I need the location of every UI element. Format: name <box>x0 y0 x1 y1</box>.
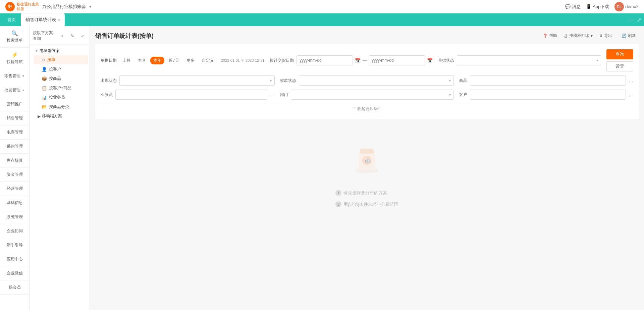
payment-select[interactable]: ▾ <box>299 75 454 86</box>
refresh-btn[interactable]: 🔄 刷新 <box>619 32 639 40</box>
sidebar-item-inventory[interactable]: 库存核算 <box>0 154 29 168</box>
department-field: 部门 ▾ <box>280 90 454 100</box>
page-title: 销售订单统计表(按单) <box>95 32 154 40</box>
sidebar-item-marketing[interactable]: 营销推广 <box>0 97 29 111</box>
window-minimize-btn[interactable]: — <box>628 17 634 23</box>
panel-title: 按以下方案查询 <box>33 30 56 42</box>
query-btn[interactable]: 查询 <box>606 49 633 59</box>
tree-item-by-goods[interactable]: 📦 按商品 <box>34 74 88 83</box>
settings-btn[interactable]: 设置 <box>606 61 633 71</box>
sidebar-item-finance[interactable]: 资金管理 <box>0 168 29 182</box>
message-btn[interactable]: 💬 消息 <box>565 4 581 10</box>
department-dropdown-icon: ▾ <box>449 93 451 97</box>
edit-scheme-btn[interactable]: ✎ <box>69 32 76 40</box>
collapse-panel-btn[interactable]: « <box>79 32 86 40</box>
expected-date-from-input[interactable] <box>297 55 353 65</box>
tree-item-by-category[interactable]: 📂 按商品分类 <box>34 102 88 111</box>
by-salesperson-icon: 📊 <box>42 95 47 100</box>
content-area: 销售订单统计表(按单) ❓ 帮助 🖨 按模板打印 ▾ ⬇ 导出 🔄 刷新 <box>90 26 644 310</box>
delivery-select[interactable]: ▾ <box>119 75 275 86</box>
sidebar-item-purchase[interactable]: 采购管理 <box>0 140 29 154</box>
date-btn-custom[interactable]: 自定义 <box>199 57 217 64</box>
topbar-right: 💬 消息 📱 App下载 Ea demo2 <box>565 2 639 11</box>
salesperson-field: 业务员 … <box>101 90 275 100</box>
page-actions: ❓ 帮助 🖨 按模板打印 ▾ ⬇ 导出 🔄 刷新 <box>540 32 639 40</box>
by-category-icon: 📂 <box>42 104 47 109</box>
search-icon: 🔍 <box>11 30 18 37</box>
sidebar-item-collab[interactable]: 企业协同 <box>0 224 29 238</box>
date-quick-btns: 上月 本月 本年 近7天 更多 自定义 <box>119 57 217 64</box>
expected-date-label: 预计交货日期 <box>270 58 294 63</box>
by-customer-icon: 👤 <box>42 67 47 72</box>
tree-item-by-customer-goods[interactable]: 📋 按客户+商品 <box>34 84 88 93</box>
sidebar-item-member[interactable]: 畅会员 <box>0 280 29 295</box>
print-btn[interactable]: 🖨 按模板打印 ▾ <box>564 33 593 39</box>
main-layout: 🔍 搜索菜单 ⚡ 快捷导航 零售管理 ▼ 批发管理 ▲ 营销推广 销售管理 电商… <box>0 26 644 310</box>
expected-date-to-input[interactable] <box>369 55 425 65</box>
calendar-from-icon[interactable]: 📅 <box>355 58 361 63</box>
date-btn-more[interactable]: 更多 <box>183 57 198 64</box>
delivery-label: 出库状态 <box>101 78 117 84</box>
sidebar-item-sales[interactable]: 销售管理 <box>0 111 29 125</box>
payment-field: 收款状态 ▾ <box>280 75 454 86</box>
refresh-icon: 🔄 <box>622 34 627 38</box>
tab-home[interactable]: 首页 <box>3 13 21 26</box>
goods-more-icon[interactable]: … <box>629 78 633 83</box>
sidebar-item-appcenter[interactable]: 应用中心 <box>0 252 29 266</box>
sidebar-item-system[interactable]: 系统管理 <box>0 210 29 224</box>
customer-field: 客户 … <box>459 90 633 100</box>
date-btn-this-year[interactable]: 本年 <box>150 57 164 64</box>
by-customer-goods-icon: 📋 <box>42 86 47 91</box>
filter-area: 单据日期 上月 本月 本年 近7天 更多 自定义 2023-01-01 至 20… <box>95 44 639 119</box>
tree-item-by-salesperson[interactable]: 📊 按业务员 <box>34 93 88 102</box>
logo-text: 畅捷通好生意 标版 <box>17 2 39 11</box>
collapse-filter-btn[interactable]: ⌃ 收起更多条件 <box>101 104 633 114</box>
sidebar-item-retail[interactable]: 零售管理 ▼ <box>0 69 29 83</box>
department-select[interactable]: ▾ <box>291 90 454 100</box>
app-download-btn[interactable]: 📱 App下载 <box>586 4 609 10</box>
sidebar-item-wxwork[interactable]: 企业微信 <box>0 266 29 280</box>
salesperson-more-icon[interactable]: … <box>270 92 275 97</box>
sidebar-item-operations[interactable]: 经营管理 <box>0 182 29 196</box>
window-maximize-btn[interactable]: ⤢ <box>637 17 641 23</box>
sidebar-item-basic[interactable]: 基础信息 <box>0 196 29 210</box>
date-btn-last-7days[interactable]: 近7天 <box>166 57 182 64</box>
date-btn-this-month[interactable]: 本月 <box>135 57 149 64</box>
goods-input[interactable] <box>470 75 626 86</box>
sidebar-item-quicknav[interactable]: ⚡ 快捷导航 <box>0 48 29 69</box>
salesperson-input[interactable] <box>115 90 267 100</box>
payment-label: 收款状态 <box>280 78 296 84</box>
topbar-dropdown[interactable]: ▾ <box>89 4 91 9</box>
tab-sales-order[interactable]: 销售订单统计表 × <box>21 13 65 26</box>
date-range-text: 2023-01-01 至 2023-12-31 <box>221 58 265 63</box>
sidebar-item-wholesale[interactable]: 批发管理 ▲ <box>0 83 29 97</box>
tab-close-icon[interactable]: × <box>58 18 60 22</box>
app-title: 办公用品行业模拟账套 <box>42 4 86 10</box>
department-label: 部门 <box>280 92 288 98</box>
tree-group-pc[interactable]: ▼ 电脑端方案 <box>32 47 90 55</box>
tree-arrow-down-icon: ▼ <box>35 49 38 53</box>
add-scheme-btn[interactable]: + <box>59 32 66 40</box>
empty-illustration: 🤖 <box>347 142 387 182</box>
export-btn[interactable]: ⬇ 导出 <box>597 32 615 40</box>
panel-toolbar: 按以下方案查询 + ✎ « <box>30 29 90 45</box>
customer-more-icon[interactable]: … <box>629 92 633 97</box>
tree-item-by-customer[interactable]: 👤 按客户 <box>34 65 88 74</box>
date-field: 单据日期 上月 本月 本年 近7天 更多 自定义 2023-01-01 至 20… <box>101 57 264 64</box>
sidebar-item-ecommerce[interactable]: 电商管理 <box>0 125 29 140</box>
collapse-icon: ⌃ <box>353 107 356 111</box>
tree-item-by-order[interactable]: ⊙ 按单 <box>34 55 88 64</box>
by-goods-icon: 📦 <box>42 76 47 81</box>
tree-group-mobile[interactable]: ▶ 移动端方案 <box>32 112 90 121</box>
help-btn[interactable]: ❓ 帮助 <box>540 32 560 40</box>
sidebar: 🔍 搜索菜单 ⚡ 快捷导航 零售管理 ▼ 批发管理 ▲ 营销推广 销售管理 电商… <box>0 26 30 310</box>
user-menu[interactable]: Ea demo2 <box>614 2 639 11</box>
calendar-to-icon[interactable]: 📅 <box>427 58 433 63</box>
status-select[interactable]: ▾ <box>457 55 601 65</box>
app-download-icon: 📱 <box>586 4 591 9</box>
sidebar-item-search[interactable]: 🔍 搜索菜单 <box>0 26 29 48</box>
customer-input[interactable] <box>470 90 626 100</box>
sidebar-item-guide[interactable]: 新手引导 <box>0 238 29 252</box>
svg-rect-2 <box>360 149 374 154</box>
date-btn-last-month[interactable]: 上月 <box>119 57 133 64</box>
